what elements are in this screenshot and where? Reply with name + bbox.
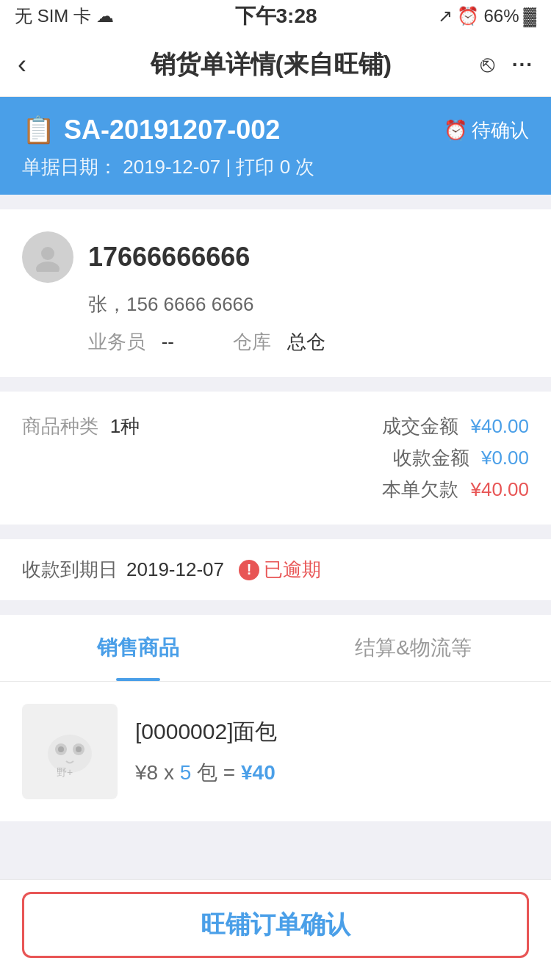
bottom-btn-wrap: 旺铺订单确认 <box>0 879 551 980</box>
total-price: ¥40 <box>241 761 276 784</box>
status-left: 无 SIM 卡 ☁ <box>15 4 114 28</box>
order-status-badge: ⏰ 待确认 <box>444 118 529 143</box>
summary-left: 商品种类 1种 <box>22 414 276 439</box>
svg-point-1 <box>36 262 60 272</box>
share-icon[interactable]: ⎋ <box>480 51 494 78</box>
order-print-info: | 打印 0 次 <box>226 156 314 178</box>
tabs-section: 销售商品 结算&物流等 野+ [0000002]面包 ¥8 x 5 包 <box>0 615 551 821</box>
page-title: 销货单详情(来自旺铺) <box>151 48 392 82</box>
due-date-value: 2019-12-07 <box>126 558 224 581</box>
product-item: 野+ [0000002]面包 ¥8 x 5 包 = ¥40 <box>0 682 551 821</box>
summary-section: 商品种类 1种 成交金额 ¥40.00 收款金额 ¥0.00 本单欠款 ¥40.… <box>0 392 551 525</box>
overdue-text: 已逾期 <box>264 557 321 583</box>
due-section: 收款到期日 2019-12-07 ! 已逾期 <box>0 539 551 600</box>
collected-label: 收款金额 <box>393 445 469 471</box>
customer-meta: 业务员 -- 仓库 总仓 <box>88 329 529 355</box>
back-button[interactable]: ‹ <box>18 49 62 80</box>
location-icon: ↗ <box>438 6 453 26</box>
status-bar: 无 SIM 卡 ☁ 下午3:28 ↗ ⏰ 66% ▓ <box>0 0 551 32</box>
svg-point-5 <box>58 746 64 752</box>
customer-sub-info: 张，156 6666 6666 <box>88 292 529 317</box>
owe-label: 本单欠款 <box>382 477 458 502</box>
tabs-header: 销售商品 结算&物流等 <box>0 615 551 682</box>
product-image: 野+ <box>22 704 118 799</box>
status-time: 下午3:28 <box>235 2 317 30</box>
multiply-sign: x <box>164 761 180 784</box>
product-name: [0000002]面包 <box>135 717 529 747</box>
owe-row: 本单欠款 ¥40.00 <box>382 477 529 502</box>
collected-value: ¥0.00 <box>481 447 529 469</box>
order-status-text: 待确认 <box>472 118 529 143</box>
order-icon: 📋 <box>22 115 55 145</box>
type-value: 1种 <box>110 415 140 437</box>
deal-value: ¥40.00 <box>470 415 529 438</box>
customer-row: 17666666666 <box>22 231 529 283</box>
type-label: 商品种类 <box>22 415 98 437</box>
warehouse-label: 仓库 <box>233 331 271 353</box>
deal-label: 成交金额 <box>382 414 458 439</box>
alarm-icon: ⏰ <box>457 6 479 26</box>
svg-text:野+: 野+ <box>57 766 73 777</box>
order-date-row: 单据日期： 2019-12-07 | 打印 0 次 <box>22 154 529 180</box>
tab-sales-product[interactable]: 销售商品 <box>0 615 276 681</box>
summary-right: 成交金额 ¥40.00 收款金额 ¥0.00 本单欠款 ¥40.00 <box>276 414 529 502</box>
tab-settlement[interactable]: 结算&物流等 <box>276 615 551 681</box>
order-date-label: 单据日期： <box>22 156 118 178</box>
more-icon[interactable]: ··· <box>512 53 533 76</box>
customer-phone: 17666666666 <box>88 242 250 273</box>
customer-section: 17666666666 张，156 6666 6666 业务员 -- 仓库 总仓 <box>0 209 551 377</box>
owe-value: ¥40.00 <box>470 478 529 501</box>
svg-point-0 <box>41 247 54 260</box>
status-right: ↗ ⏰ 66% ▓ <box>438 6 536 26</box>
overdue-icon: ! <box>239 560 259 580</box>
confirm-order-button[interactable]: 旺铺订单确认 <box>22 892 529 958</box>
header-card: 📋 SA-20191207-002 ⏰ 待确认 单据日期： 2019-12-07… <box>0 97 551 195</box>
product-price: ¥8 x 5 包 = ¥40 <box>135 759 529 787</box>
order-date-value: 2019-12-07 <box>123 156 220 178</box>
svg-point-6 <box>76 746 82 752</box>
salesperson-label: 业务员 <box>88 331 145 353</box>
deal-row: 成交金额 ¥40.00 <box>382 414 529 439</box>
order-id: 📋 SA-20191207-002 <box>22 115 280 145</box>
nav-actions: ⎋ ··· <box>480 51 533 78</box>
salesperson-value: -- <box>162 331 174 353</box>
nav-bar: ‹ 销货单详情(来自旺铺) ⎋ ··· <box>0 32 551 97</box>
product-info: [0000002]面包 ¥8 x 5 包 = ¥40 <box>135 717 529 787</box>
collected-row: 收款金额 ¥0.00 <box>393 445 529 471</box>
battery-icon: ▓ <box>523 6 536 26</box>
equals-sign: = <box>223 761 241 784</box>
due-label: 收款到期日 <box>22 557 118 583</box>
status-clock-icon: ⏰ <box>444 119 467 142</box>
battery-level: 66% <box>483 6 519 26</box>
avatar <box>22 231 73 283</box>
unit-price: ¥8 <box>135 761 158 784</box>
quantity: 5 <box>180 761 192 784</box>
header-top: 📋 SA-20191207-002 ⏰ 待确认 <box>22 115 529 145</box>
unit: 包 <box>197 761 217 784</box>
warehouse-value: 总仓 <box>287 331 325 353</box>
sim-status: 无 SIM 卡 ☁ <box>15 4 114 28</box>
order-id-text: SA-20191207-002 <box>64 115 280 145</box>
overdue-badge: ! 已逾期 <box>239 557 321 583</box>
